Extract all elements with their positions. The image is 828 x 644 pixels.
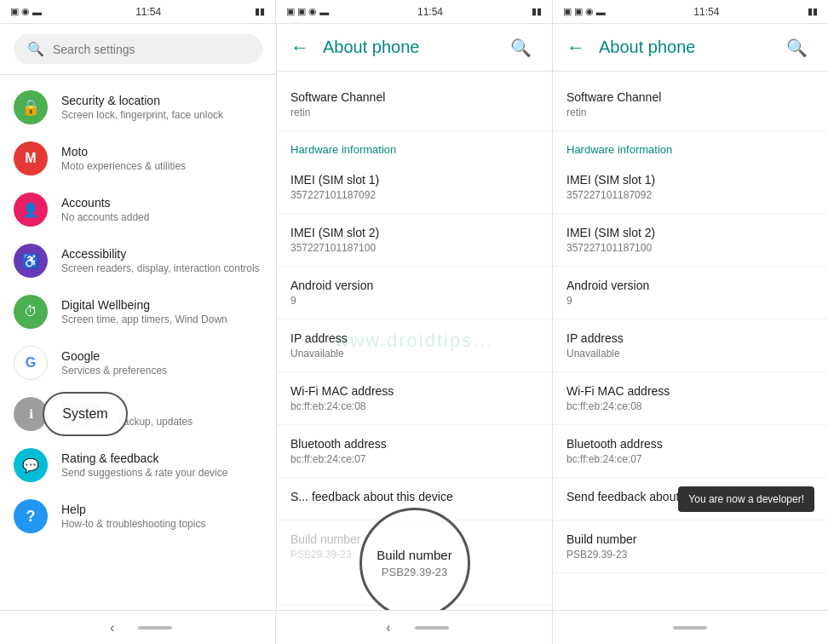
about-item-build-right[interactable]: Build number PSB29.39-23	[553, 520, 828, 573]
google-text: Google Services & preferences	[61, 349, 262, 377]
imei1-title-right: IMEI (SIM slot 1)	[566, 173, 814, 187]
search-button-middle[interactable]: 🔍	[503, 31, 538, 65]
build-circle-value: PSB29.39-23	[382, 566, 447, 578]
back-button-right[interactable]: ←	[566, 37, 585, 59]
nav-back-1[interactable]: ‹	[103, 617, 121, 639]
status-icon-shield: ◉	[21, 6, 30, 17]
status-icon-2d: ▬	[319, 7, 329, 17]
about-item-imei2-middle[interactable]: IMEI (SIM slot 2) 357227101187100	[277, 214, 552, 267]
hardware-info-section-middle: Hardware information	[277, 131, 552, 161]
rating-title: Rating & feedback	[61, 451, 262, 465]
help-title: Help	[61, 503, 262, 516]
rating-subtitle: Send suggestions & rate your device	[61, 467, 262, 479]
status-time-3: 11:54	[693, 6, 719, 18]
settings-item-google[interactable]: G Google Services & preferences	[0, 337, 276, 388]
digital-wellbeing-text: Digital Wellbeing Screen time, app timer…	[61, 298, 262, 325]
imei2-value-middle: 357227101187100	[290, 242, 538, 254]
about-item-software-channel-r[interactable]: Software Channel retin	[553, 78, 828, 131]
about-item-bt-right[interactable]: Bluetooth address bc:ff:eb:24:ce:07	[553, 425, 828, 478]
about-panel-right: ← About phone 🔍 Software Channel retin H…	[553, 24, 828, 610]
about-title-right: About phone	[599, 37, 779, 57]
ip-title-middle: IP address	[290, 331, 538, 345]
imei1-value-middle: 357227101187092	[290, 189, 538, 201]
settings-item-digital-wellbeing[interactable]: ⏱ Digital Wellbeing Screen time, app tim…	[0, 286, 276, 337]
nav-bar: ‹ ‹	[0, 610, 828, 644]
feedback-title-middle: S... feedback about this device	[290, 490, 538, 503]
about-item-software-channel[interactable]: Software Channel retin	[277, 78, 552, 131]
status-bar: ▣ ◉ ▬ 11:54 ▮▮ ▣ ▣ ◉ ▬ 11:54 ▮▮ ▣ ▣ ◉ ▬ …	[0, 0, 828, 24]
accessibility-text: Accessibility Screen readers, display, i…	[61, 247, 262, 274]
status-icons-left-2: ▣ ▣ ◉ ▬	[286, 6, 329, 17]
ip-value-middle: Unavailable	[290, 348, 538, 359]
settings-item-moto[interactable]: M Moto Moto experiences & utilities	[0, 133, 276, 184]
bt-title-right: Bluetooth address	[566, 437, 814, 451]
status-icon-2c: ◉	[308, 6, 317, 17]
settings-item-system[interactable]: ℹ System Languages, backup, updates Syst…	[0, 388, 276, 440]
about-item-bt-middle[interactable]: Bluetooth address bc:ff:eb:24:ce:07	[277, 425, 552, 478]
system-circle-label: System	[62, 406, 107, 422]
imei2-title-right: IMEI (SIM slot 2)	[566, 226, 814, 239]
about-item-ip-right[interactable]: IP address Unavailable	[553, 319, 828, 372]
status-time-2: 11:54	[417, 6, 443, 18]
accounts-icon: 👤	[14, 193, 48, 227]
status-icons-left-1: ▣ ◉ ▬	[10, 6, 42, 17]
settings-item-accessibility[interactable]: ♿ Accessibility Screen readers, display,…	[0, 235, 276, 286]
accessibility-subtitle: Screen readers, display, interaction con…	[61, 262, 262, 274]
about-item-ip-middle[interactable]: IP address Unavailable	[277, 319, 552, 372]
ip-value-right: Unavailable	[566, 348, 814, 359]
about-item-android-middle[interactable]: Android version 9	[277, 267, 552, 319]
wifi-title-middle: Wi-Fi MAC address	[290, 384, 538, 398]
security-subtitle: Screen lock, fingerprint, face unlock	[61, 109, 262, 121]
search-input-wrapper[interactable]: 🔍	[14, 34, 262, 64]
search-button-right[interactable]: 🔍	[779, 31, 814, 65]
nav-pill-1	[138, 626, 172, 630]
status-icon-file: ▣	[10, 6, 19, 17]
search-input[interactable]	[53, 43, 249, 56]
accounts-title: Accounts	[61, 196, 262, 210]
about-item-imei1-middle[interactable]: IMEI (SIM slot 1) 357227101187092	[277, 161, 552, 214]
about-item-android-right[interactable]: Android version 9	[553, 267, 828, 319]
search-icon: 🔍	[27, 41, 44, 57]
status-icon-2b: ▣	[297, 6, 306, 17]
about-item-feedback-right[interactable]: Send feedback about this device You are …	[553, 478, 828, 520]
settings-item-accounts[interactable]: 👤 Accounts No accounts added	[0, 184, 276, 235]
imei2-value-right: 357227101187100	[566, 242, 814, 254]
bt-title-middle: Bluetooth address	[290, 437, 538, 451]
status-icon-3a: ▣	[563, 6, 572, 17]
about-item-imei1-right[interactable]: IMEI (SIM slot 1) 357227101187092	[553, 161, 828, 214]
build-number-circle: Build number PSB29.39-23	[359, 508, 470, 611]
settings-list: 🔒 Security & location Screen lock, finge…	[0, 75, 276, 610]
rating-icon: 💬	[14, 448, 48, 482]
settings-item-rating[interactable]: 💬 Rating & feedback Send suggestions & r…	[0, 440, 276, 491]
back-button-middle[interactable]: ←	[290, 37, 309, 59]
android-title-middle: Android version	[290, 279, 538, 292]
nav-segment-2: ‹	[276, 611, 552, 644]
nav-pill-3	[673, 626, 707, 630]
status-icon-3d: ▬	[596, 7, 606, 17]
wifi-value-middle: bc:ff:eb:24:ce:08	[290, 400, 538, 412]
about-item-wifi-right[interactable]: Wi-Fi MAC address bc:ff:eb:24:ce:08	[553, 372, 828, 425]
nav-segment-3	[553, 611, 828, 644]
security-title: Security & location	[61, 94, 262, 107]
digital-wellbeing-subtitle: Screen time, app timers, Wind Down	[61, 313, 262, 325]
about-item-imei2-right[interactable]: IMEI (SIM slot 2) 357227101187100	[553, 214, 828, 267]
build-title-right: Build number	[566, 532, 814, 546]
build-circle-title: Build number	[377, 548, 451, 562]
settings-item-help[interactable]: ? Help How-to & troubleshooting topics	[0, 491, 276, 542]
android-value-right: 9	[566, 295, 814, 307]
help-text: Help How-to & troubleshooting topics	[61, 503, 262, 530]
settings-item-security[interactable]: 🔒 Security & location Screen lock, finge…	[0, 82, 276, 133]
toast-notification: You are now a developer!	[678, 486, 814, 512]
battery-icon-1: ▮▮	[255, 6, 265, 17]
google-subtitle: Services & preferences	[61, 365, 262, 377]
status-battery-3: ▮▮	[808, 6, 818, 17]
about-panel-middle: ← About phone 🔍 www.droidtips... Softwar…	[277, 24, 553, 610]
about-item-wifi-middle[interactable]: Wi-Fi MAC address bc:ff:eb:24:ce:08	[277, 372, 552, 425]
accounts-subtitle: No accounts added	[61, 211, 262, 223]
about-list-middle: www.droidtips... Software Channel retin …	[277, 72, 552, 610]
nav-segment-1: ‹	[0, 611, 276, 644]
about-list-right: Software Channel retin Hardware informat…	[553, 72, 828, 610]
about-header-right: ← About phone 🔍	[553, 24, 828, 72]
nav-back-2[interactable]: ‹	[379, 617, 397, 639]
about-item-build-middle[interactable]: Build number PSB29.39-23 Build number PS…	[277, 520, 552, 606]
